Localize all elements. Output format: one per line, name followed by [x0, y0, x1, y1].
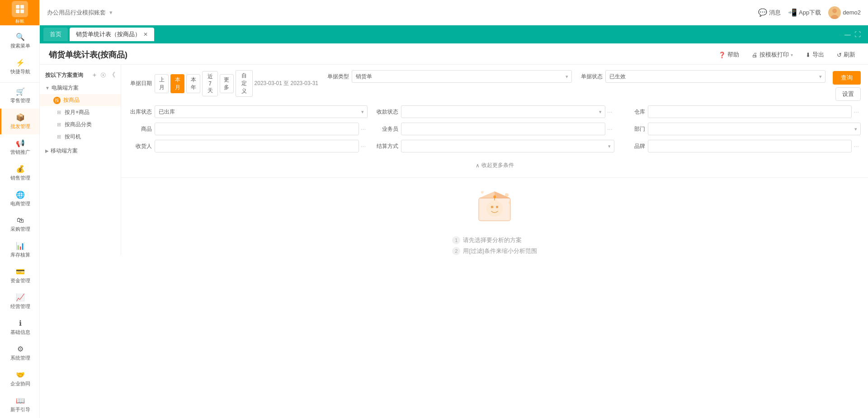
- payment-method-select[interactable]: [401, 140, 614, 152]
- scheme-item-by-goods-label: 按商品: [63, 96, 80, 104]
- svg-rect-13: [496, 206, 498, 208]
- svg-rect-12: [491, 206, 493, 208]
- recipient-input[interactable]: [155, 140, 359, 152]
- brand-input[interactable]: [648, 140, 852, 152]
- sidebar-item-guide[interactable]: 📖 新手引导: [0, 392, 39, 418]
- filter-date: 单据日期 上月 本月 本年 近7天 更多 自定义 2023-03-01 至 20…: [128, 70, 318, 97]
- salesperson-dots[interactable]: ···: [605, 125, 614, 133]
- page-header: 销货单统计表(按商品) ❓ 帮助 🖨 按模板打印 ▾ ⬇ 导出: [40, 43, 868, 65]
- sidebar-item-operations[interactable]: 📈 经营管理: [0, 289, 39, 314]
- sidebar-item-purchase[interactable]: 🛍 采购管理: [0, 212, 39, 237]
- help-icon: ❓: [718, 52, 726, 58]
- doc-status-label: 单据状态: [579, 73, 603, 81]
- collapse-icon: ∧: [476, 162, 480, 169]
- svg-rect-2: [16, 10, 19, 13]
- payment-status-dots[interactable]: ···: [605, 108, 614, 115]
- sidebar-item-finance[interactable]: 💳 资金管理: [0, 263, 39, 289]
- out-status-select[interactable]: 已出库: [155, 105, 368, 118]
- marketing-icon: 📢: [16, 139, 25, 147]
- dept-select[interactable]: [648, 123, 861, 135]
- maximize-icon[interactable]: ⛶: [854, 31, 861, 38]
- sidebar-item-inventory[interactable]: 📊 库存核算: [0, 237, 39, 263]
- payment-status-select[interactable]: [401, 105, 605, 118]
- group-mobile-arrow: ▶: [45, 148, 49, 153]
- salesperson-input[interactable]: [401, 123, 605, 135]
- brand-dots[interactable]: ···: [852, 142, 861, 150]
- date-more[interactable]: 更多: [220, 74, 234, 93]
- tab-home[interactable]: 首页: [43, 28, 68, 41]
- sidebar-item-sales[interactable]: 💰 销售管理: [0, 160, 39, 186]
- operations-icon: 📈: [16, 293, 25, 302]
- sidebar-item-enterprise[interactable]: 🤝 企业协同: [0, 366, 39, 392]
- sub-icon-driver: ⊞: [57, 134, 61, 140]
- export-btn[interactable]: ⬇ 导出: [802, 49, 828, 61]
- quick-nav-item[interactable]: ⚡ 快捷导航: [0, 54, 39, 80]
- query-btn[interactable]: 查询: [833, 71, 861, 85]
- minimize-icon[interactable]: —: [844, 31, 851, 38]
- payment-status-label: 收款状态: [375, 108, 398, 116]
- sidebar-item-system[interactable]: ⚙ 系统管理: [0, 340, 39, 366]
- help-btn[interactable]: ❓ 帮助: [715, 49, 743, 61]
- scheme-group-mobile-header[interactable]: ▶ 移动端方案: [40, 145, 121, 157]
- doc-type-select[interactable]: 销货单: [352, 70, 572, 83]
- date-this-month[interactable]: 本月: [170, 74, 184, 93]
- tab-bar: 首页 销货单统计表（按商品） ✕ — ⛶: [40, 25, 868, 43]
- user-avatar: [828, 6, 841, 19]
- scheme-item-by-goods[interactable]: 按 按商品: [40, 94, 121, 106]
- system-icon: ⚙: [17, 345, 24, 353]
- settings-btn[interactable]: 设置: [835, 87, 861, 101]
- window-controls: — ⛶: [844, 31, 864, 38]
- sidebar-item-basic[interactable]: ℹ 基础信息: [0, 314, 39, 340]
- print-btn[interactable]: 🖨 按模板打印 ▾: [748, 49, 797, 61]
- filter-salesperson: 业务员 ···: [375, 123, 614, 135]
- scheme-group-mobile-label: 移动端方案: [51, 147, 78, 155]
- svg-point-17: [481, 191, 484, 194]
- finance-label: 资金管理: [10, 277, 30, 284]
- app-download-btn[interactable]: 📲 App下载: [788, 8, 821, 17]
- scheme-add-icon[interactable]: ＋: [91, 71, 98, 79]
- sidebar-item-wholesale[interactable]: 📦 批发管理: [0, 109, 39, 134]
- refresh-btn[interactable]: ↺ 刷新: [833, 49, 859, 61]
- sidebar-item-ecommerce[interactable]: 🌐 电商管理: [0, 186, 39, 212]
- tab-sales-stat[interactable]: 销货单统计表（按商品） ✕: [70, 28, 154, 41]
- doc-status-select[interactable]: 已生效: [605, 70, 826, 83]
- goods-input[interactable]: [155, 123, 359, 135]
- scheme-settings-icon[interactable]: ☉: [100, 71, 106, 79]
- app-logo[interactable]: 标账: [0, 0, 39, 25]
- export-label: 导出: [812, 51, 824, 59]
- scheme-item-by-driver[interactable]: ⊞ 按司机: [40, 131, 121, 143]
- search-menu-nav[interactable]: 🔍 搜索菜单: [0, 28, 39, 54]
- scheme-item-by-goods-cat[interactable]: ⊞ 按商品分类: [40, 119, 121, 131]
- goods-dots[interactable]: ···: [359, 125, 368, 133]
- scheme-collapse-icon[interactable]: 《: [109, 71, 115, 79]
- recipient-dots[interactable]: ···: [359, 142, 368, 150]
- filter-payment-status: 收款状态 ···: [375, 105, 614, 118]
- scheme-item-by-month-goods[interactable]: ⊞ 按月+商品: [40, 106, 121, 119]
- search-menu-item[interactable]: 🔍 搜索菜单 ⚡ 快捷导航: [0, 25, 39, 83]
- breadcrumb[interactable]: 办公用品行业模拟账套 ▾: [47, 9, 113, 17]
- date-this-year[interactable]: 本年: [186, 74, 200, 93]
- wholesale-icon: 📦: [16, 113, 25, 122]
- goods-label: 商品: [128, 125, 152, 133]
- warehouse-label: 仓库: [622, 108, 645, 116]
- date-last-month[interactable]: 上月: [155, 74, 169, 93]
- message-btn[interactable]: 💬 消息: [758, 8, 781, 17]
- sidebar-item-retail[interactable]: 🛒 零售管理: [0, 83, 39, 109]
- collapse-btn[interactable]: ∧ 收起更多条件: [128, 159, 861, 172]
- empty-state: 1 请先选择要分析的方案 2 用[过滤]条件来缩小分析范围: [121, 178, 868, 255]
- tab-close-icon[interactable]: ✕: [143, 31, 148, 38]
- filter-row-4: 收货人 ··· 结算方式: [128, 140, 861, 152]
- guide-label: 新手引导: [10, 406, 30, 413]
- tip-text-1: 请先选择要分析的方案: [463, 236, 522, 244]
- ecommerce-icon: 🌐: [16, 190, 25, 199]
- date-custom[interactable]: 自定义: [236, 70, 253, 97]
- sidebar-item-marketing[interactable]: 📢 营销推广: [0, 134, 39, 160]
- scheme-group-desktop-header[interactable]: ▼ 电脑端方案: [40, 82, 121, 94]
- warehouse-control: ···: [648, 105, 861, 118]
- scheme-panel-title: 按以下方案查询: [45, 71, 83, 79]
- filter-doc-status: 单据状态 已生效: [579, 70, 826, 83]
- warehouse-dots[interactable]: ···: [852, 108, 861, 115]
- warehouse-input[interactable]: [648, 105, 852, 118]
- user-menu[interactable]: demo2: [828, 6, 861, 19]
- date-7days[interactable]: 近7天: [202, 71, 218, 96]
